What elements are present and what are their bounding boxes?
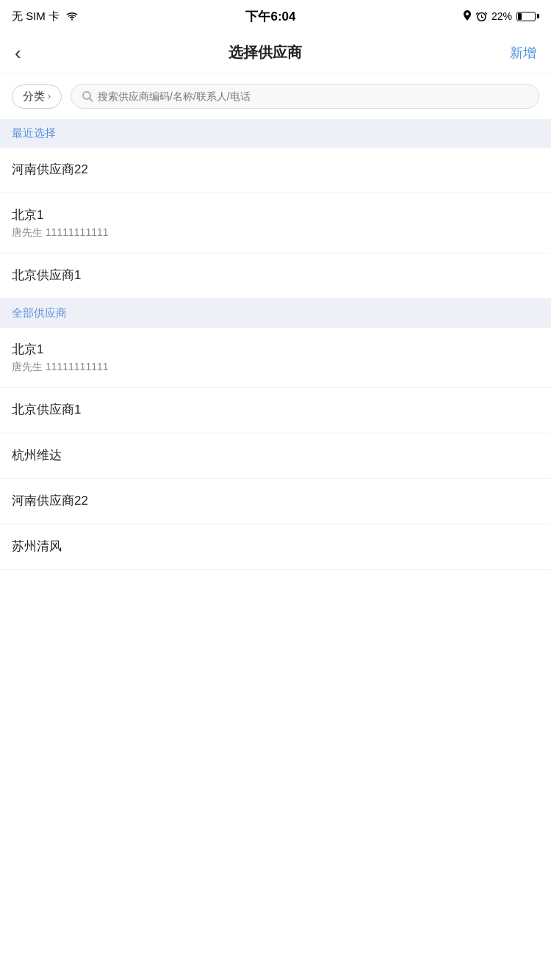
page-title: 选择供应商 (228, 43, 302, 62)
item-name: 北京供应商1 (12, 401, 539, 418)
item-name: 苏州清风 (12, 538, 539, 555)
section-header-all: 全部供应商 (0, 299, 551, 328)
search-box[interactable] (71, 84, 539, 109)
list-item[interactable]: 北京1唐先生 11111111111 (0, 328, 551, 388)
supplier-list: 最近选择河南供应商22北京1唐先生 11111111111北京供应商1全部供应商… (0, 119, 551, 570)
item-name: 杭州维达 (12, 447, 539, 464)
alarm-icon (476, 11, 487, 22)
status-left: 无 SIM 卡 (12, 10, 79, 24)
list-item[interactable]: 河南供应商22 (0, 148, 551, 193)
list-item[interactable]: 北京1唐先生 11111111111 (0, 193, 551, 253)
list-item[interactable]: 杭州维达 (0, 433, 551, 479)
item-name: 河南供应商22 (12, 161, 539, 178)
category-filter[interactable]: 分类 › (12, 84, 62, 109)
section-header-recent: 最近选择 (0, 119, 551, 148)
item-detail: 唐先生 11111111111 (12, 361, 539, 374)
wifi-icon (65, 11, 79, 21)
item-name: 河南供应商22 (12, 492, 539, 509)
back-button[interactable]: ‹ (15, 43, 21, 62)
item-detail: 唐先生 11111111111 (12, 226, 539, 239)
location-icon (463, 10, 472, 22)
list-item[interactable]: 北京供应商1 (0, 253, 551, 299)
search-icon (82, 90, 93, 102)
status-time: 下午6:04 (245, 8, 295, 25)
battery-percent: 22% (491, 10, 512, 22)
list-item[interactable]: 北京供应商1 (0, 388, 551, 433)
search-input[interactable] (98, 90, 528, 102)
nav-bar: ‹ 选择供应商 新增 (0, 32, 551, 73)
item-name: 北京1 (12, 341, 539, 358)
category-label: 分类 (23, 90, 45, 104)
add-button[interactable]: 新增 (510, 44, 536, 62)
chevron-icon: › (48, 91, 51, 101)
list-item[interactable]: 苏州清风 (0, 525, 551, 570)
list-item[interactable]: 河南供应商22 (0, 479, 551, 525)
item-name: 北京1 (12, 206, 539, 223)
status-bar: 无 SIM 卡 下午6:04 22% (0, 0, 551, 32)
filter-bar: 分类 › (0, 73, 551, 119)
status-right: 22% (463, 10, 539, 22)
no-sim-text: 无 SIM 卡 (12, 10, 60, 24)
item-name: 北京供应商1 (12, 267, 539, 284)
battery-icon (516, 12, 539, 21)
